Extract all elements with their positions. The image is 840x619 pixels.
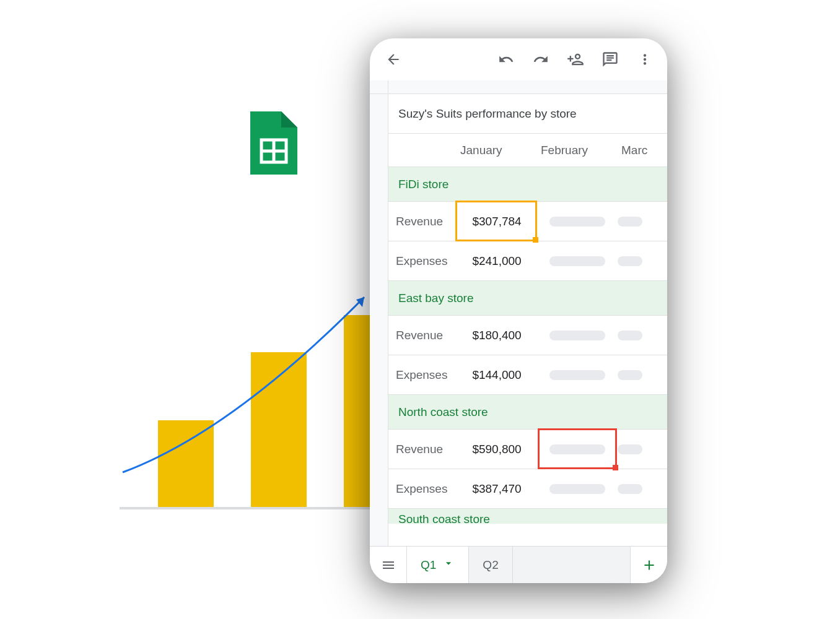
cell-value[interactable]: $144,000 [457,355,537,394]
decorative-bar-chart [120,265,374,509]
add-sheet-icon[interactable] [630,547,667,583]
data-row[interactable]: Revenue $180,400 [388,316,667,355]
grid-corner [370,80,388,94]
tab-label: Q1 [421,558,436,572]
cell-placeholder[interactable] [618,430,661,469]
cell-placeholder[interactable] [537,355,618,394]
cell-placeholder[interactable] [537,430,618,469]
row-gutter [370,94,388,546]
cell-value[interactable]: $241,000 [457,241,537,280]
cell-placeholder[interactable] [618,241,661,280]
sheet-tab-active[interactable]: Q1 [407,547,469,583]
cell-placeholder[interactable] [537,202,618,241]
store-header-row[interactable]: South coast store [388,509,667,524]
data-row[interactable]: Expenses $387,470 [388,469,667,509]
app-toolbar [370,38,667,80]
chart-baseline [120,507,374,509]
month-header[interactable]: Marc [618,134,667,167]
sheet-tab-inactive[interactable]: Q2 [469,547,512,583]
all-sheets-menu-icon[interactable] [370,547,407,583]
store-header-row[interactable]: FiDi store [388,167,667,202]
month-header-row: January February Marc [388,134,667,167]
undo-icon[interactable] [496,50,516,69]
back-arrow-icon[interactable] [383,50,403,69]
add-person-icon[interactable] [566,50,585,69]
cell-placeholder[interactable] [618,202,661,241]
row-label: Revenue [388,316,457,355]
month-header[interactable]: January [457,134,537,167]
comment-icon[interactable] [600,50,620,69]
cell-value[interactable]: $180,400 [457,316,537,355]
column-gutter [388,80,667,94]
sheet-tabs-bar: Q1 Q2 [370,546,667,583]
cell-placeholder[interactable] [537,316,618,355]
row-label: Expenses [388,241,457,280]
more-vert-icon[interactable] [635,50,655,69]
month-header[interactable]: February [537,134,618,167]
data-row[interactable]: Expenses $144,000 [388,355,667,395]
store-header-row[interactable]: East bay store [388,281,667,316]
spreadsheet-grid[interactable]: Suzy's Suits performance by store Januar… [370,80,667,546]
chevron-down-icon[interactable] [442,557,455,573]
cell-placeholder[interactable] [618,316,661,355]
row-label: Expenses [388,355,457,394]
data-row[interactable]: Revenue $590,800 [388,430,667,469]
tab-label: Q2 [483,558,498,572]
cell-value[interactable]: $387,470 [457,469,537,508]
row-label: Revenue [388,430,457,469]
row-label: Expenses [388,469,457,508]
cell-placeholder[interactable] [537,469,618,508]
cell-value[interactable]: $590,800 [457,430,537,469]
google-sheets-logo-icon [250,111,297,175]
data-row[interactable]: Expenses $241,000 [388,241,667,281]
growth-arrow-icon [120,290,374,475]
redo-icon[interactable] [531,50,551,69]
cell-placeholder[interactable] [537,241,618,280]
sheet-title-cell[interactable]: Suzy's Suits performance by store [388,94,667,134]
mobile-sheets-app: Suzy's Suits performance by store Januar… [370,38,667,583]
cell-placeholder[interactable] [618,469,661,508]
cell-value[interactable]: $307,784 [457,202,537,241]
cell-placeholder[interactable] [618,355,661,394]
store-header-row[interactable]: North coast store [388,395,667,430]
data-row[interactable]: Revenue $307,784 [388,202,667,241]
row-label: Revenue [388,202,457,241]
